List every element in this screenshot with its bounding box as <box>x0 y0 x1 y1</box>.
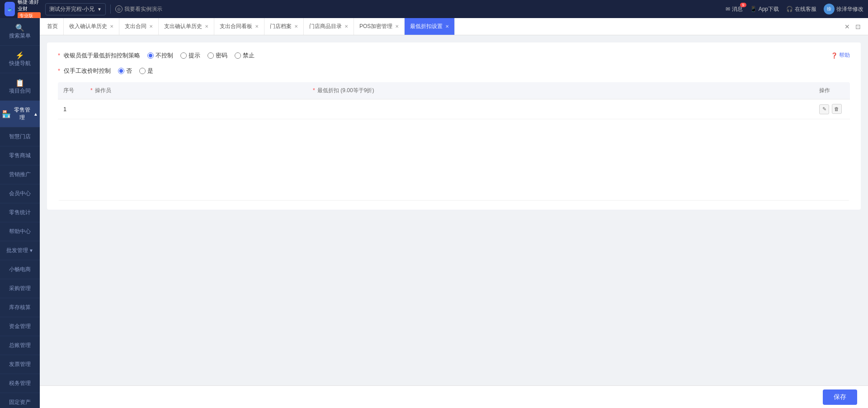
help-link[interactable]: ❓ 帮助 <box>831 52 850 59</box>
radio-forbid-input[interactable] <box>235 52 241 59</box>
sidebar-item-inventory[interactable]: 库存核算 <box>0 298 40 317</box>
discount-policy-label: * 收银员低于最低折扣控制策略 <box>58 52 140 60</box>
tab-actions: ✕ ⊡ <box>839 22 866 31</box>
avatar: 徐 <box>824 4 835 14</box>
tab-pos-manage[interactable]: POS加密管理 ✕ <box>354 18 405 35</box>
project-name: 测试分开完程-小兄 <box>49 5 94 13</box>
question-icon: ❓ <box>831 52 838 59</box>
edit-row-button[interactable]: ✎ <box>819 104 829 114</box>
tab-payment-board-close[interactable]: ✕ <box>255 24 259 29</box>
tab-min-discount-close[interactable]: ✕ <box>445 24 449 29</box>
tab-store-file[interactable]: 门店档案 ✕ <box>264 18 304 35</box>
user-profile-button[interactable]: 徐 徐泽华修改 <box>824 4 863 14</box>
sidebar-item-tax[interactable]: 税务管理 <box>0 374 40 393</box>
chevron-down-icon: ▼ <box>97 7 102 12</box>
th-seq: 序号 <box>58 82 85 99</box>
discount-table-card: 序号 * 操作员 * 最低折扣 (9.00等于9折) <box>58 82 850 201</box>
cell-action: ✎ 🗑 <box>814 99 850 119</box>
tab-store-products[interactable]: 门店商品目录 ✕ <box>304 18 354 35</box>
tab-payment-contract-close[interactable]: ✕ <box>149 24 153 29</box>
app-download-button[interactable]: 📱 App下载 <box>750 5 779 13</box>
demo-button[interactable]: ◎ 我要看实例演示 <box>115 5 162 13</box>
cell-seq: 1 <box>58 99 85 119</box>
tab-min-discount[interactable]: 最低折扣设置 ✕ <box>405 18 455 35</box>
radio-password[interactable]: 密码 <box>208 52 227 60</box>
table-row: 1 ✎ 🗑 <box>58 99 850 119</box>
th-action: 操作 <box>814 82 850 99</box>
tab-payment-board[interactable]: 支出合同看板 ✕ <box>214 18 264 35</box>
tab-store-products-close[interactable]: ✕ <box>344 24 348 29</box>
tab-payment-confirm-label: 支出确认单历史 <box>164 23 202 30</box>
cell-operator <box>85 99 307 119</box>
radio-no-control[interactable]: 不控制 <box>147 52 173 60</box>
tab-close-button[interactable]: ✕ <box>843 22 852 31</box>
tab-home-label: 首页 <box>47 23 58 30</box>
tab-income-confirm-close[interactable]: ✕ <box>110 24 113 29</box>
sidebar-item-project[interactable]: 📋 项目合同 <box>0 73 40 101</box>
tab-store-file-close[interactable]: ✕ <box>294 24 298 29</box>
tab-min-discount-label: 最低折扣设置 <box>410 23 443 30</box>
tab-payment-confirm-close[interactable]: ✕ <box>205 24 208 29</box>
sidebar-item-retail[interactable]: 🏪 零售管理 ▲ <box>0 101 40 127</box>
messages-badge: 9 <box>740 3 746 7</box>
sidebar-item-member[interactable]: 会员中心 <box>0 184 40 203</box>
app-download-label: App下载 <box>759 5 779 13</box>
radio-yes[interactable]: 是 <box>139 67 153 75</box>
message-icon: ✉ <box>726 6 730 12</box>
sidebar-item-purchase[interactable]: 采购管理 <box>0 279 40 298</box>
sidebar-item-ecommerce[interactable]: 小畅电商 <box>0 260 40 279</box>
sidebar-item-retail-mall[interactable]: 零售商城 <box>0 146 40 165</box>
chevron-up-icon: ▲ <box>33 112 38 117</box>
settings-form-card: * 收银员低于最低折扣控制策略 不控制 提示 <box>47 42 861 210</box>
tab-maximize-button[interactable]: ⊡ <box>854 22 863 31</box>
radio-no-input[interactable] <box>118 68 124 74</box>
sidebar-item-capital[interactable]: 资金管理 <box>0 317 40 336</box>
manual-price-row: * 仅手工改价时控制 否 是 <box>58 67 831 75</box>
sidebar-item-marketing[interactable]: 营销推广 <box>0 165 40 184</box>
radio-hint-input[interactable] <box>180 52 187 59</box>
chevron-down-icon: ▼ <box>29 248 33 253</box>
tab-payment-board-label: 支出合同看板 <box>220 23 252 30</box>
online-service-button[interactable]: 🎧 在线客服 <box>786 5 816 13</box>
radio-hint[interactable]: 提示 <box>180 52 200 60</box>
sidebar-item-shortcut[interactable]: ⚡ 快捷导航 <box>0 46 40 73</box>
project-selector[interactable]: 测试分开完程-小兄 ▼ <box>45 3 106 15</box>
sidebar-item-ledger[interactable]: 总账管理 <box>0 336 40 355</box>
th-operator: * 操作员 <box>85 82 307 99</box>
radio-password-input[interactable] <box>208 52 214 59</box>
tab-income-confirm[interactable]: 收入确认单历史 ✕ <box>64 18 119 35</box>
cell-discount <box>307 99 814 119</box>
demo-icon: ◎ <box>115 5 123 13</box>
sidebar-item-invoice[interactable]: 发票管理 <box>0 355 40 374</box>
bottom-bar: 保存 <box>40 385 868 408</box>
headset-icon: 🎧 <box>786 6 793 12</box>
tab-payment-contract-label: 支出合同 <box>125 23 146 30</box>
tab-payment-confirm[interactable]: 支出确认单历史 ✕ <box>159 18 214 35</box>
demo-text: 我要看实例演示 <box>124 5 162 13</box>
logo-text: 畅捷·通好业财 <box>18 0 41 12</box>
tab-payment-contract[interactable]: 支出合同 ✕ <box>119 18 159 35</box>
main-layout: 🔍 搜索菜单 ⚡ 快捷导航 📋 项目合同 🏪 零售管理 ▲ 智慧门店 零售商城 … <box>0 18 868 408</box>
radio-no[interactable]: 否 <box>118 67 132 75</box>
sidebar-item-search[interactable]: 🔍 搜索菜单 <box>0 18 40 46</box>
sidebar-item-smart-store[interactable]: 智慧门店 <box>0 127 40 146</box>
messages-button[interactable]: ✉ 消息 9 <box>726 5 743 13</box>
retail-icon: 🏪 <box>2 110 11 118</box>
tab-income-confirm-label: 收入确认单历史 <box>69 23 107 30</box>
empty-row <box>58 119 850 200</box>
navigation-icon: ⚡ <box>2 51 38 60</box>
sidebar: 🔍 搜索菜单 ⚡ 快捷导航 📋 项目合同 🏪 零售管理 ▲ 智慧门店 零售商城 … <box>0 18 40 408</box>
manual-price-label: * 仅手工改价时控制 <box>58 67 111 75</box>
radio-no-control-input[interactable] <box>147 52 154 59</box>
save-button[interactable]: 保存 <box>823 389 857 405</box>
sidebar-item-retail-stats[interactable]: 零售统计 <box>0 203 40 222</box>
sidebar-item-fixed-assets[interactable]: 固定资产 <box>0 393 40 408</box>
radio-forbid[interactable]: 禁止 <box>235 52 255 60</box>
tab-pos-manage-close[interactable]: ✕ <box>395 24 399 29</box>
discount-policy-row: * 收银员低于最低折扣控制策略 不控制 提示 <box>58 52 831 60</box>
delete-row-button[interactable]: 🗑 <box>832 104 842 114</box>
radio-yes-input[interactable] <box>139 68 146 74</box>
sidebar-item-wholesale[interactable]: 批发管理 ▼ <box>0 241 40 260</box>
tab-home[interactable]: 首页 <box>42 18 64 35</box>
sidebar-item-help[interactable]: 帮助中心 <box>0 222 40 241</box>
